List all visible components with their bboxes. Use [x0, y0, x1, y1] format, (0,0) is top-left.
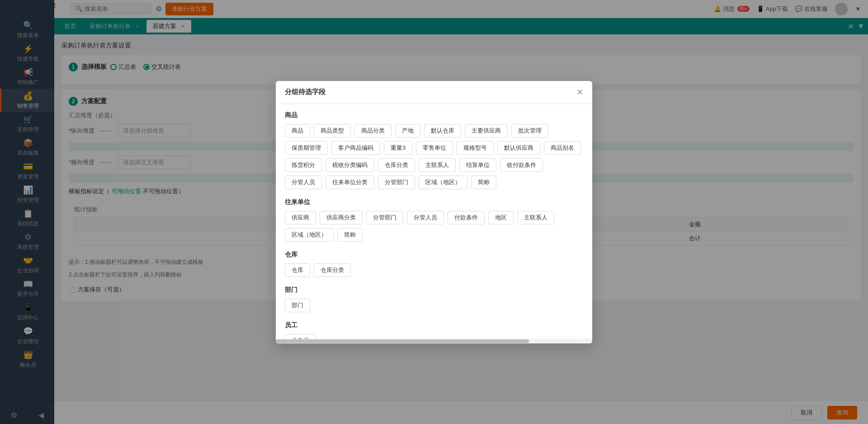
field-tag-goods-1[interactable]: 商品类型: [314, 124, 351, 138]
modal-section-staff: 员工业务员: [285, 321, 583, 339]
modal-dialog: 分组待选字段 ✕ 商品商品商品类型商品分类产地默认仓库主要供应商批次管理保质期管…: [276, 81, 592, 343]
field-tag-goods-6[interactable]: 批次管理: [511, 124, 548, 138]
field-tag-goods-15[interactable]: 税收分类编码: [326, 158, 374, 172]
modal-scrollbar[interactable]: [276, 339, 592, 343]
modal-body: 商品商品商品类型商品分类产地默认仓库主要供应商批次管理保质期管理客户商品编码重量…: [276, 104, 592, 339]
field-tag-partner-3[interactable]: 分管人员: [407, 211, 444, 224]
modal-title: 分组待选字段: [285, 88, 326, 96]
modal-close-button[interactable]: ✕: [576, 87, 583, 97]
field-tag-goods-14[interactable]: 拣货积分: [285, 158, 322, 172]
field-tag-partner-6[interactable]: 主联系人: [517, 211, 554, 224]
modal-section-department: 部门部门: [285, 286, 583, 312]
field-tag-staff-0[interactable]: 业务员: [285, 334, 316, 339]
field-tag-partner-0[interactable]: 供应商: [285, 211, 316, 224]
field-tag-goods-17[interactable]: 主联系人: [419, 158, 456, 172]
field-tag-partner-7[interactable]: 区域（地区）: [285, 228, 334, 242]
field-tag-goods-4[interactable]: 默认仓库: [424, 124, 461, 138]
field-tag-department-0[interactable]: 部门: [285, 299, 310, 312]
field-tag-goods-10[interactable]: 零售单位: [416, 141, 453, 155]
modal-header: 分组待选字段 ✕: [276, 81, 592, 104]
modal-section-title-partner: 往来单位: [285, 198, 583, 206]
field-tag-goods-2[interactable]: 商品分类: [354, 124, 392, 138]
modal-section-tags-partner: 供应商供应商分类分管部门分管人员付款条件地区主联系人区域（地区）简称: [285, 211, 583, 242]
field-tag-goods-0[interactable]: 商品: [285, 124, 310, 138]
field-tag-goods-18[interactable]: 结算单位: [459, 158, 496, 172]
field-tag-warehouse-1[interactable]: 仓库分类: [314, 263, 351, 277]
field-tag-partner-5[interactable]: 地区: [488, 211, 514, 224]
field-tag-partner-1[interactable]: 供应商分类: [320, 211, 363, 224]
modal-section-tags-warehouse: 仓库仓库分类: [285, 263, 583, 277]
field-tag-partner-8[interactable]: 简称: [337, 228, 363, 242]
modal-section-title-goods: 商品: [285, 111, 583, 119]
field-tag-goods-13[interactable]: 商品别名: [544, 141, 581, 155]
field-tag-goods-19[interactable]: 收付款条件: [500, 158, 543, 172]
field-tag-goods-16[interactable]: 仓库分类: [378, 158, 415, 172]
field-tag-goods-21[interactable]: 往来单位分类: [326, 176, 374, 189]
modal-scrollbar-thumb: [276, 339, 529, 343]
modal-section-tags-staff: 业务员: [285, 334, 583, 339]
modal-section-tags-goods: 商品商品类型商品分类产地默认仓库主要供应商批次管理保质期管理客户商品编码重量3零…: [285, 124, 583, 189]
modal-section-title-staff: 员工: [285, 321, 583, 329]
modal-section-partner: 往来单位供应商供应商分类分管部门分管人员付款条件地区主联系人区域（地区）简称: [285, 198, 583, 242]
field-tag-goods-9[interactable]: 重量3: [384, 141, 412, 155]
field-tag-goods-22[interactable]: 分管部门: [378, 176, 415, 189]
field-tag-goods-8[interactable]: 客户商品编码: [331, 141, 380, 155]
field-tag-goods-12[interactable]: 默认供应商: [497, 141, 540, 155]
modal-section-warehouse: 仓库仓库仓库分类: [285, 251, 583, 277]
field-tag-goods-24[interactable]: 简称: [471, 176, 496, 189]
field-tag-goods-5[interactable]: 主要供应商: [465, 124, 508, 138]
field-tag-partner-2[interactable]: 分管部门: [366, 211, 403, 224]
field-tag-goods-11[interactable]: 规格型号: [457, 141, 494, 155]
field-tag-partner-4[interactable]: 付款条件: [448, 211, 485, 224]
field-tag-goods-23[interactable]: 区域（地区）: [419, 176, 467, 189]
field-tag-goods-20[interactable]: 分管人员: [285, 176, 322, 189]
modal-section-tags-department: 部门: [285, 299, 583, 312]
field-tag-goods-3[interactable]: 产地: [395, 124, 420, 138]
modal-section-goods: 商品商品商品类型商品分类产地默认仓库主要供应商批次管理保质期管理客户商品编码重量…: [285, 111, 583, 189]
field-tag-warehouse-0[interactable]: 仓库: [285, 263, 310, 277]
field-tag-goods-7[interactable]: 保质期管理: [285, 141, 328, 155]
modal-section-title-department: 部门: [285, 286, 583, 294]
modal-section-title-warehouse: 仓库: [285, 251, 583, 259]
